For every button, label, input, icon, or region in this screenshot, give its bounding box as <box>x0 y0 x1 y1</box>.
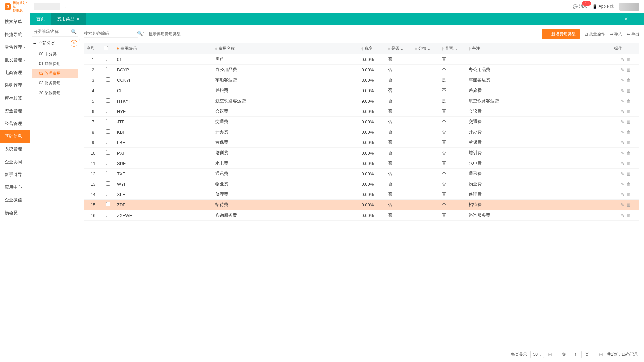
nav-item[interactable]: 企业微信 <box>0 194 30 206</box>
nav-item[interactable]: 搜索菜单 <box>0 15 30 28</box>
edit-icon[interactable]: ✎ <box>621 88 624 93</box>
table-row[interactable]: 15ZDF招待费0.00%否否招待费✎🗑 <box>84 200 639 210</box>
nav-item[interactable]: 零售管理▾ <box>0 41 30 54</box>
row-checkbox[interactable] <box>106 57 110 61</box>
row-checkbox[interactable] <box>106 109 110 113</box>
nav-item[interactable]: 畅会员 <box>0 206 30 219</box>
nav-item[interactable]: 批发管理▾ <box>0 54 30 66</box>
org-selector[interactable]: ⌄ <box>34 3 66 10</box>
messages-button[interactable]: 💬 消息 99+ <box>573 4 587 9</box>
delete-icon[interactable]: 🗑 <box>626 192 631 197</box>
row-checkbox[interactable] <box>106 181 110 186</box>
row-checkbox[interactable] <box>106 77 110 82</box>
table-row[interactable]: 10PXF培训费0.00%否否培训费✎🗑 <box>84 148 639 158</box>
table-row[interactable]: 8KBF开办费0.00%否否开办费✎🗑 <box>84 127 639 137</box>
import-button[interactable]: ⇥ 导入 <box>610 31 622 37</box>
edit-icon[interactable]: ✎ <box>621 182 624 187</box>
select-all-checkbox[interactable] <box>104 46 108 50</box>
row-checkbox[interactable] <box>106 202 110 206</box>
prev-page-icon[interactable]: ‹ <box>556 352 559 357</box>
search-icon[interactable]: 🔍 <box>71 29 77 34</box>
col-seq[interactable]: 序号 <box>84 43 102 54</box>
add-expense-type-button[interactable]: ＋ 新增费用类型 <box>542 29 580 39</box>
all-categories-label[interactable]: 全部分类 <box>38 40 55 46</box>
nav-item[interactable]: 经营管理 <box>0 117 30 130</box>
edit-icon[interactable]: ✎ <box>621 150 624 156</box>
col-code[interactable]: ▲▼费用编码 <box>114 43 213 54</box>
edit-icon[interactable]: ✎ <box>621 140 624 145</box>
app-download-button[interactable]: 📱 App下载 <box>592 4 614 9</box>
delete-icon[interactable]: 🗑 <box>626 119 631 124</box>
edit-icon[interactable]: ✎ <box>621 171 624 176</box>
table-row[interactable]: 2BGYP办公用品费0.00%否否办公用品费✎🗑 <box>84 65 639 75</box>
row-checkbox[interactable] <box>106 213 110 217</box>
delete-icon[interactable]: 🗑 <box>626 202 631 207</box>
table-row[interactable]: 12TXF通讯费0.00%否否通讯费✎🗑 <box>84 169 639 179</box>
table-search-input[interactable] <box>84 31 134 36</box>
col-name[interactable]: ▲▼费用名称 <box>213 43 359 54</box>
delete-icon[interactable]: 🗑 <box>626 88 631 93</box>
show-disabled-input[interactable] <box>143 32 147 36</box>
table-row[interactable]: 14XLF修理费0.00%否否修理费✎🗑 <box>84 189 639 200</box>
table-row[interactable]: 101房租0.00%否否✎🗑 <box>84 54 639 65</box>
edit-icon[interactable]: ✎ <box>621 161 624 166</box>
category-item[interactable]: 02 管理费用 <box>32 69 78 78</box>
edit-icon[interactable]: ✎ <box>621 99 624 104</box>
nav-item[interactable]: 快捷导航 <box>0 28 30 41</box>
table-row[interactable]: 11SDF水电费0.00%否否水电费✎🗑 <box>84 158 639 169</box>
delete-icon[interactable]: 🗑 <box>626 140 631 145</box>
category-search-input[interactable] <box>34 29 67 34</box>
edit-icon[interactable]: ✎ <box>621 78 624 83</box>
delete-icon[interactable]: 🗑 <box>626 182 631 187</box>
show-disabled-checkbox[interactable]: 显示停用费用类型 <box>143 31 181 37</box>
row-checkbox[interactable] <box>106 67 110 71</box>
edit-icon[interactable]: ✎ <box>621 202 624 207</box>
col-select-all[interactable] <box>102 43 114 54</box>
table-row[interactable]: 5HTKYF航空铁路客运费9.00%否是航空铁路客运费✎🗑 <box>84 96 639 106</box>
collapse-panel-icon[interactable]: « <box>78 38 80 42</box>
category-item[interactable]: 00 未分类 <box>32 49 78 59</box>
table-row[interactable]: 9LBF劳保费0.00%否否劳保费✎🗑 <box>84 137 639 148</box>
delete-icon[interactable]: 🗑 <box>626 161 631 166</box>
nav-item[interactable]: 电商管理 <box>0 66 30 79</box>
per-page-select[interactable]: 50 <box>530 351 544 358</box>
delete-icon[interactable]: 🗑 <box>626 150 631 156</box>
edit-icon[interactable]: ✎ <box>621 119 624 124</box>
last-page-icon[interactable]: ⏭ <box>598 352 604 357</box>
nav-item[interactable]: 采购管理 <box>0 79 30 92</box>
edit-icon[interactable]: ✎ <box>621 67 624 72</box>
row-checkbox[interactable] <box>106 129 110 134</box>
col-remark[interactable]: ▲▼备注 <box>466 43 612 54</box>
nav-item[interactable]: 资金管理 <box>0 105 30 117</box>
table-row[interactable]: 16ZXFWF咨询服务费0.00%否否咨询服务费✎🗑 <box>84 210 639 221</box>
row-checkbox[interactable] <box>106 150 110 155</box>
delete-icon[interactable]: 🗑 <box>626 57 631 62</box>
user-avatar[interactable] <box>619 3 639 11</box>
table-row[interactable]: 13WYF物业费0.00%否否物业费✎🗑 <box>84 179 639 189</box>
next-page-icon[interactable]: › <box>592 352 595 357</box>
delete-icon[interactable]: 🗑 <box>626 67 631 72</box>
edit-icon[interactable]: ✎ <box>621 192 624 197</box>
col-alloc[interactable]: ▲▼分摊… <box>412 43 439 54</box>
row-checkbox[interactable] <box>106 140 110 144</box>
category-item[interactable]: 20 采购费用 <box>32 88 78 98</box>
nav-item[interactable]: 库存核算 <box>0 92 30 105</box>
delete-icon[interactable]: 🗑 <box>626 130 631 135</box>
col-rate[interactable]: ▲▼税率 <box>359 43 385 54</box>
table-row[interactable]: 3CCKYF车船客运费3.00%否是车船客运费✎🗑 <box>84 75 639 85</box>
batch-ops-button[interactable]: ☑ 批量操作 <box>584 31 605 37</box>
table-row[interactable]: 7JTF交通费0.00%否否交通费✎🗑 <box>84 117 639 127</box>
close-tab-icon[interactable]: ✕ <box>76 17 79 21</box>
fullscreen-icon[interactable]: ⛶ <box>633 15 641 23</box>
table-row[interactable]: 6HYF会议费0.00%否否会议费✎🗑 <box>84 106 639 117</box>
row-checkbox[interactable] <box>106 88 110 92</box>
edit-icon[interactable]: ✎ <box>621 57 624 62</box>
delete-icon[interactable]: 🗑 <box>626 213 631 218</box>
delete-icon[interactable]: 🗑 <box>626 99 631 104</box>
col-ptick[interactable]: ▲▼普票… <box>439 43 466 54</box>
category-item[interactable]: 01 销售费用 <box>32 59 78 69</box>
export-button[interactable]: ⇤ 导出 <box>627 31 639 37</box>
row-checkbox[interactable] <box>106 192 110 196</box>
row-checkbox[interactable] <box>106 161 110 165</box>
row-checkbox[interactable] <box>106 98 110 103</box>
